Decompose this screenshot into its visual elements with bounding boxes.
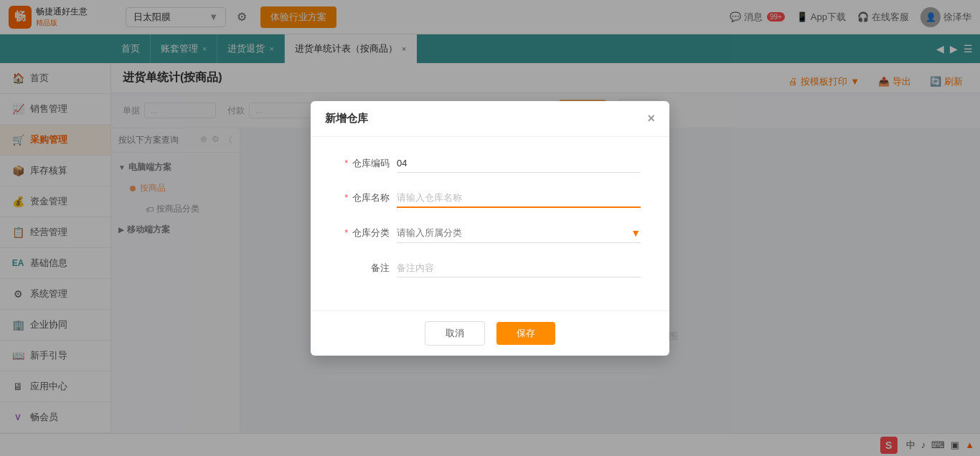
code-label: * 仓库编码 [339, 157, 390, 170]
modal-footer: 取消 保存 [311, 310, 669, 356]
name-label: * 仓库名称 [339, 191, 390, 204]
form-row-name: * 仓库名称 [339, 189, 641, 208]
note-input[interactable] [397, 259, 641, 277]
code-input[interactable] [397, 154, 641, 173]
category-label: * 仓库分类 [339, 227, 390, 239]
save-button[interactable]: 保存 [496, 322, 555, 345]
modal-backdrop: 新增仓库 × * 仓库编码 * 仓库名称 [0, 0, 980, 456]
cancel-button[interactable]: 取消 [425, 321, 485, 346]
modal-title: 新增仓库 [325, 112, 368, 125]
category-input[interactable] [397, 227, 631, 238]
add-warehouse-modal: 新增仓库 × * 仓库编码 * 仓库名称 [311, 101, 669, 356]
form-row-code: * 仓库编码 [339, 154, 641, 173]
form-row-note: 备注 [339, 259, 641, 277]
form-row-category: * 仓库分类 ▼ [339, 224, 641, 243]
note-label: 备注 [339, 262, 390, 275]
modal-header: 新增仓库 × [311, 101, 669, 137]
modal-body: * 仓库编码 * 仓库名称 * 仓库分类 [311, 137, 669, 310]
modal-close-button[interactable]: × [647, 111, 655, 126]
category-select-wrap[interactable]: ▼ [397, 224, 641, 243]
name-input[interactable] [397, 189, 641, 208]
category-dropdown-arrow: ▼ [631, 227, 641, 239]
